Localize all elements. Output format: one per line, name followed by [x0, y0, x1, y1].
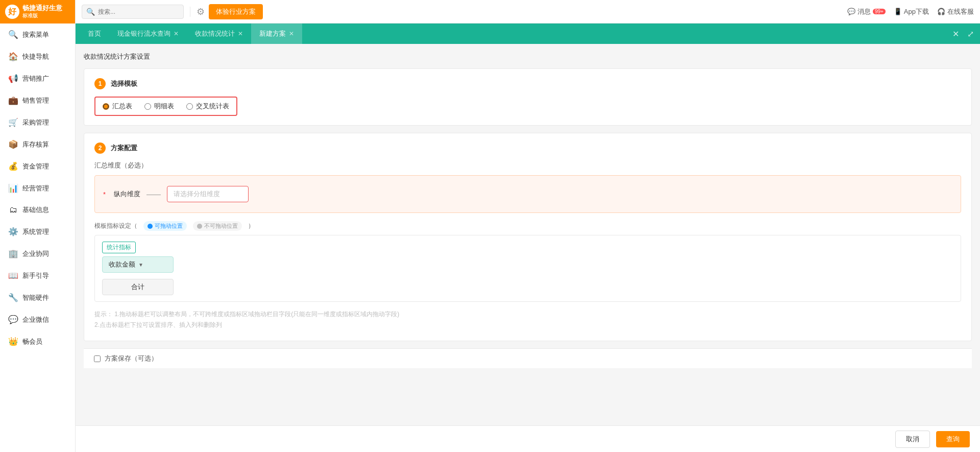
industry-btn[interactable]: 体验行业方案 — [209, 4, 263, 19]
message-item[interactable]: 💬 消息 99+ — [847, 7, 886, 16]
moveable-dot — [148, 224, 153, 229]
radio-detail[interactable] — [144, 103, 151, 110]
option-detail[interactable]: 明细表 — [144, 102, 174, 111]
sidebar-item-purchase[interactable]: 🛒 采购管理 — [0, 111, 75, 133]
sidebar-item-member[interactable]: 👑 畅会员 — [0, 330, 75, 352]
sidebar-item-label: 企业微信 — [22, 315, 49, 324]
tab-home[interactable]: 首页 — [80, 23, 109, 44]
tip1: 提示： 1.拖动标题栏可以调整布局，不可跨维度或指标区域拖动栏目字段(只能在同一… — [94, 310, 961, 319]
system-icon: ⚙️ — [8, 227, 18, 236]
step1-header: 1 选择模板 — [94, 78, 961, 89]
query-button[interactable]: 查询 — [936, 431, 970, 447]
sidebar-item-guide[interactable]: 📖 新手引导 — [0, 265, 75, 287]
sidebar-item-label: 资金管理 — [22, 162, 49, 171]
metrics-header-end: ） — [248, 222, 254, 230]
sidebar-item-label: 搜索菜单 — [22, 30, 49, 39]
search-input[interactable] — [98, 8, 179, 15]
plan-save-label: 方案保存（可选） — [105, 354, 158, 363]
tips-section: 提示： 1.拖动标题栏可以调整布局，不可跨维度或指标区域拖动栏目字段(只能在同一… — [94, 310, 961, 329]
hardware-icon: 🔧 — [8, 293, 18, 302]
config-area: * 纵向维度 —— 请选择分组维度 — [94, 175, 961, 213]
logo-icon: 好 — [5, 5, 19, 19]
sidebar-item-wechat[interactable]: 💬 企业微信 — [0, 308, 75, 330]
sidebar-item-inventory[interactable]: 📦 库存核算 — [0, 133, 75, 155]
option-cross-label: 交叉统计表 — [196, 102, 229, 111]
sidebar-item-label: 新手引导 — [22, 271, 49, 280]
option-detail-label: 明细表 — [154, 102, 174, 111]
radio-summary[interactable] — [103, 103, 109, 110]
step2-num: 2 — [94, 142, 106, 154]
plan-save-checkbox[interactable] — [94, 355, 101, 362]
search-icon: 🔍 — [8, 30, 18, 39]
moveable-label: 可拖动位置 — [155, 222, 183, 230]
metrics-header: 模板指标设定（ 可拖动位置 不可拖动位置 ） — [94, 221, 961, 231]
tab-stats[interactable]: 收款情况统计 ✕ — [187, 23, 251, 44]
sidebar-item-hardware[interactable]: 🔧 智能硬件 — [0, 287, 75, 308]
group-dimension-select[interactable]: 请选择分组维度 — [167, 186, 249, 202]
template-options: 汇总表 明细表 交叉统计表 — [94, 97, 237, 116]
step2-header: 2 方案配置 — [94, 142, 961, 154]
cancel-button[interactable]: 取消 — [895, 431, 930, 448]
inventory-icon: 📦 — [8, 139, 18, 149]
guide-icon: 📖 — [8, 271, 18, 280]
sidebar-item-label: 经营管理 — [22, 184, 49, 193]
vertical-label: 纵向维度 — [114, 189, 140, 199]
sidebar-item-nav[interactable]: 🏠 快捷导航 — [0, 45, 75, 67]
option-summary[interactable]: 汇总表 — [103, 102, 132, 111]
sidebar-item-label: 智能硬件 — [22, 293, 49, 302]
tip2: 2.点击标题栏下拉可设置排序、插入列和删除列 — [94, 321, 961, 329]
option-summary-label: 汇总表 — [112, 102, 132, 111]
message-label: 消息 — [857, 7, 871, 16]
stats-label: 统计指标 — [102, 242, 136, 253]
dimension-row: * 纵向维度 —— 请选择分组维度 — [103, 186, 952, 202]
tab-new-plan[interactable]: 新建方案 ✕ — [251, 23, 302, 44]
tab-cashflow[interactable]: 现金银行流水查询 ✕ — [109, 23, 187, 44]
tab-new-plan-label: 新建方案 — [259, 29, 286, 38]
dimension-config-label: 汇总维度（必选） — [94, 161, 961, 170]
sidebar-item-sales[interactable]: 💼 销售管理 — [0, 89, 75, 111]
chevron-down-icon: ▼ — [138, 262, 143, 268]
tab-stats-close[interactable]: ✕ — [238, 31, 243, 37]
content-area: 收款情况统计方案设置 1 选择模板 汇总表 明细表 交叉统计表 — [76, 44, 980, 425]
metric-chip-amount[interactable]: 收款金额 ▼ — [102, 256, 174, 273]
sidebar-nav: 🔍 搜索菜单 🏠 快捷导航 📢 营销推广 💼 销售管理 🛒 采购管理 📦 库存核… — [0, 23, 75, 452]
sidebar-item-marketing[interactable]: 📢 营销推广 — [0, 67, 75, 89]
metric-sub-total: 合计 — [102, 279, 174, 295]
topbar-divider — [190, 7, 190, 17]
sidebar-item-search[interactable]: 🔍 搜索菜单 — [0, 23, 75, 45]
tab-expand-btn[interactable]: ⤢ — [965, 29, 976, 39]
sidebar-item-finance[interactable]: 💰 资金管理 — [0, 155, 75, 177]
member-icon: 👑 — [8, 337, 18, 346]
marketing-icon: 📢 — [8, 74, 18, 83]
home-icon: 🏠 — [8, 52, 18, 61]
tab-close-all-btn[interactable]: ✕ — [950, 29, 961, 39]
sidebar: 好 畅捷通好生意 标准版 🔍 搜索菜单 🏠 快捷导航 📢 营销推广 💼 销售管理… — [0, 0, 76, 452]
tab-cashflow-close[interactable]: ✕ — [174, 31, 179, 37]
step2-title: 方案配置 — [111, 144, 137, 153]
option-cross[interactable]: 交叉统计表 — [186, 102, 229, 111]
download-item[interactable]: 📱 App下载 — [894, 7, 929, 16]
radio-cross[interactable] — [186, 103, 193, 110]
purchase-icon: 🛒 — [8, 117, 18, 127]
metric-chip-label: 收款金额 — [109, 260, 135, 269]
sales-icon: 💼 — [8, 96, 18, 105]
sidebar-item-management[interactable]: 📊 经营管理 — [0, 177, 75, 199]
tab-stats-label: 收款情况统计 — [195, 29, 235, 38]
topbar-search-box[interactable]: 🔍 — [82, 5, 184, 19]
step1-title: 选择模板 — [111, 79, 137, 88]
sidebar-item-label: 系统管理 — [22, 227, 49, 236]
settings-icon[interactable]: ⚙ — [197, 6, 205, 17]
message-badge: 99+ — [873, 9, 886, 14]
tab-new-plan-close[interactable]: ✕ — [289, 31, 294, 37]
sidebar-item-enterprise[interactable]: 🏢 企业协同 — [0, 243, 75, 265]
sidebar-item-basics[interactable]: 🗂 基础信息 — [0, 199, 75, 221]
support-item[interactable]: 🎧 在线客服 — [937, 7, 974, 16]
download-label: App下载 — [904, 7, 929, 16]
fixed-label: 不可拖动位置 — [204, 222, 238, 230]
arrow: —— — [146, 190, 161, 198]
logo-text: 畅捷通好生意 — [22, 4, 62, 12]
sidebar-item-system[interactable]: ⚙️ 系统管理 — [0, 221, 75, 243]
tab-home-label: 首页 — [88, 29, 101, 38]
metrics-header-text: 模板指标设定（ — [94, 222, 137, 230]
finance-icon: 💰 — [8, 161, 18, 171]
